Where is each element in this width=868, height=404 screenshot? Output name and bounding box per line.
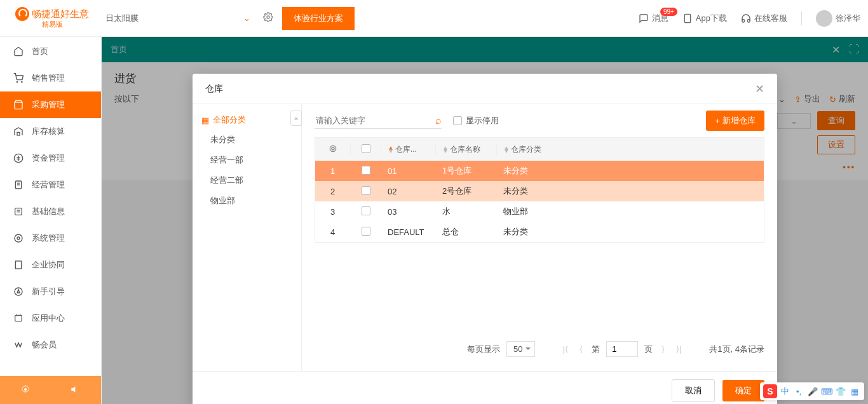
sidebar-item-label: 应用中心	[32, 313, 65, 324]
page-input[interactable]	[606, 341, 638, 357]
company-selector[interactable]: 日太阳膜 ⌄	[102, 13, 254, 24]
collapse-tree-icon[interactable]: «	[290, 111, 302, 126]
tree-item[interactable]: 未分类	[193, 130, 301, 150]
last-page-icon[interactable]: ⟩|	[674, 344, 684, 354]
sidebar-item-guide[interactable]: 新手引导	[0, 278, 101, 305]
tree-item[interactable]: 经营一部	[193, 150, 301, 170]
headset-icon	[741, 13, 751, 24]
sidebar-item-label: 资金管理	[32, 152, 65, 164]
gear-icon[interactable]	[263, 12, 273, 24]
svg-point-0	[267, 16, 269, 18]
messages-link[interactable]: 消息 99+	[639, 13, 668, 24]
gear-column-icon[interactable]	[315, 144, 351, 156]
ime-mic-icon[interactable]: 🎤	[806, 385, 819, 398]
per-page-select[interactable]: 50	[506, 341, 534, 357]
row-checkbox[interactable]	[362, 206, 370, 215]
table-row[interactable]: 3 03 水 物业部	[315, 201, 764, 222]
ime-lang-icon[interactable]: 中	[778, 385, 791, 398]
ime-logo-icon: S	[763, 384, 777, 398]
prev-page-icon[interactable]: ⟨	[577, 344, 585, 354]
username: 徐泽华	[836, 13, 860, 24]
row-checkbox[interactable]	[362, 166, 370, 175]
sidebar-item-label: 系统管理	[32, 232, 65, 244]
sidebar-item-basicinfo[interactable]: 基础信息	[0, 198, 101, 225]
tree-item[interactable]: 物业部	[193, 191, 301, 211]
ime-toolbox-icon[interactable]: ▦	[848, 385, 861, 398]
sidebar-item-purchase[interactable]: 采购管理	[0, 91, 101, 118]
brand-logo-icon	[15, 7, 29, 21]
ime-toolbar[interactable]: S 中 •, 🎤 ⌨ 👕 ▦	[760, 382, 864, 400]
sidebar: 首页 销售管理 采购管理 库存核算 资金管理 经营管理 基础信息 系统管理 企业…	[0, 37, 102, 404]
close-icon[interactable]: ✕	[755, 82, 764, 96]
tree-root[interactable]: ▦ 全部分类	[193, 111, 301, 130]
cart-icon	[13, 72, 24, 84]
svg-point-26	[332, 147, 334, 150]
select-all-checkbox[interactable]	[362, 144, 370, 153]
avatar-icon	[816, 10, 832, 27]
table-row[interactable]: 4 DEFAULT 总仓 未分类	[315, 222, 764, 242]
svg-point-24	[24, 388, 27, 391]
settings-icon	[13, 232, 24, 244]
sidebar-item-label: 库存核算	[32, 126, 65, 137]
first-page-icon[interactable]: |⟨	[560, 344, 571, 354]
gear-icon[interactable]	[20, 384, 31, 396]
sidebar-item-member[interactable]: 畅会员	[0, 332, 101, 358]
row-checkbox[interactable]	[362, 186, 370, 195]
sidebar-item-home[interactable]: 首页	[0, 38, 101, 65]
sidebar-item-system[interactable]: 系统管理	[0, 225, 101, 252]
sidebar-item-finance[interactable]: 资金管理	[0, 145, 101, 172]
pagination: 每页显示 50 |⟨ ⟨ 第 页 ⟩ ⟩| 共1页, 4条记录	[315, 333, 764, 365]
sidebar-item-label: 销售管理	[32, 72, 65, 84]
svg-point-14	[17, 237, 20, 239]
sidebar-item-label: 首页	[32, 46, 48, 57]
warehouse-icon	[13, 126, 24, 137]
plus-icon: +	[715, 116, 720, 126]
ime-punct-icon[interactable]: •,	[792, 385, 805, 398]
search-input[interactable]	[315, 112, 435, 128]
sidebar-item-sales[interactable]: 销售管理	[0, 65, 101, 91]
table-row[interactable]: 1 01 1号仓库 未分类	[315, 161, 764, 181]
column-name[interactable]: ▲▼仓库名称	[436, 144, 497, 155]
content-area: 首页 ✕ ⛶ 进货 按以下 ⎙打印⌄ ⇪导出 ↻刷新 ⌄ 查询 设置	[102, 37, 868, 404]
logo-area: 畅捷通好生意 精易版	[8, 7, 97, 29]
row-checkbox[interactable]	[362, 227, 370, 236]
company-name: 日太阳膜	[105, 13, 139, 24]
sidebar-item-label: 畅会员	[32, 339, 57, 351]
per-page-label: 每页显示	[467, 344, 500, 355]
svg-rect-16	[15, 261, 21, 269]
compass-icon	[13, 286, 24, 297]
app-download-label: App下载	[696, 13, 727, 24]
search-icon[interactable]: ⌕	[435, 115, 442, 126]
user-menu[interactable]: 徐泽华	[816, 10, 860, 27]
warehouse-table: ▲▼仓库... ▲▼仓库名称 ▲▼仓库分类 1 01 1号仓库 未分类	[315, 137, 764, 243]
customer-service-label: 在线客服	[754, 13, 787, 24]
sidebar-item-label: 基础信息	[32, 206, 65, 217]
ok-button[interactable]: 确定	[722, 380, 764, 401]
sidebar-bottom-bar	[0, 376, 101, 404]
show-disabled-checkbox[interactable]: 显示停用	[453, 115, 499, 126]
sidebar-item-inventory[interactable]: 库存核算	[0, 118, 101, 145]
ime-keyboard-icon[interactable]: ⌨	[820, 385, 833, 398]
bag-icon	[13, 99, 24, 111]
table-row[interactable]: 2 02 2号仓库 未分类	[315, 181, 764, 201]
sidebar-item-operation[interactable]: 经营管理	[0, 172, 101, 198]
sidebar-item-label: 采购管理	[32, 99, 65, 111]
sidebar-item-enterprise[interactable]: 企业协同	[0, 252, 101, 278]
ime-skin-icon[interactable]: 👕	[834, 385, 847, 398]
customer-service-link[interactable]: 在线客服	[741, 13, 787, 24]
speaker-icon[interactable]	[71, 384, 81, 396]
divider	[801, 11, 802, 25]
category-tree: « ▦ 全部分类 未分类 经营一部 经营二部 物业部	[193, 104, 302, 371]
next-page-icon[interactable]: ⟩	[659, 344, 667, 354]
add-warehouse-button[interactable]: + 新增仓库	[706, 111, 764, 131]
grid-icon: ▦	[201, 116, 209, 125]
experience-button[interactable]: 体验行业方案	[282, 7, 355, 30]
cancel-button[interactable]: 取消	[672, 379, 715, 402]
modal-backdrop: 仓库 ✕ « ▦ 全部分类 未分类 经营一部 经营二部 物业部	[102, 37, 868, 404]
column-category[interactable]: ▲▼仓库分类	[497, 144, 764, 155]
sidebar-item-appcenter[interactable]: 应用中心	[0, 305, 101, 332]
sidebar-item-label: 新手引导	[32, 286, 65, 297]
tree-item[interactable]: 经营二部	[193, 170, 301, 191]
app-download-link[interactable]: App下载	[682, 13, 727, 24]
column-code[interactable]: ▲▼仓库...	[381, 144, 436, 155]
